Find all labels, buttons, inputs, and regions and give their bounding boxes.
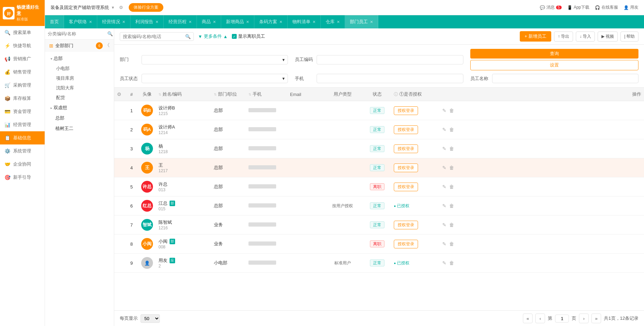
tab-close-icon[interactable]: ✕ xyxy=(155,20,158,24)
dropdown-arrow[interactable]: ▾ xyxy=(112,5,114,10)
tab-profit[interactable]: 利润报告 ✕ xyxy=(130,15,164,28)
row-status-cell: 正常 xyxy=(363,254,391,273)
auth-button[interactable]: 授权登录 xyxy=(394,106,418,115)
sidebar-item-guide[interactable]: 🎯 新手引导 xyxy=(0,171,45,184)
status-select[interactable]: ▾ xyxy=(142,74,288,83)
import-button[interactable]: ↓ 导入 xyxy=(576,32,595,42)
tab-operations-status[interactable]: 经营情况 ✕ xyxy=(97,15,130,28)
dept-child-xiaodian[interactable]: 小电部 xyxy=(45,64,114,73)
edit-icon[interactable]: ✎ xyxy=(442,108,446,113)
sidebar-item-search[interactable]: 🔍 搜索菜单 xyxy=(0,26,45,39)
dept-node-zongbu[interactable]: ▾ 总部 xyxy=(45,53,114,64)
dept-child-shenyang[interactable]: 沈阳大库 xyxy=(45,83,114,93)
auth-button[interactable]: 授权登录 xyxy=(394,183,418,191)
next-page-btn[interactable]: › xyxy=(579,314,589,323)
delete-icon[interactable]: 🗑 xyxy=(449,260,454,266)
phone-input[interactable] xyxy=(317,74,463,83)
delete-icon[interactable]: 🗑 xyxy=(449,203,454,209)
sidebar-item-marketing[interactable]: 📢 营销推广 xyxy=(0,52,45,65)
delete-icon[interactable]: 🗑 xyxy=(449,184,454,190)
prev-page-btn[interactable]: ‹ xyxy=(535,314,545,323)
dept-node-shuangxu[interactable]: ▸ 双虚想 xyxy=(45,103,114,113)
tab-goods[interactable]: 商品 ✕ xyxy=(197,15,221,28)
dept-collapse-btn[interactable]: 《 xyxy=(105,42,110,49)
help-button[interactable]: | 帮助 xyxy=(620,32,638,42)
auth-button[interactable]: 授权登录 xyxy=(394,125,418,134)
message-item[interactable]: 💬 消息 5 xyxy=(540,5,562,10)
tab-close-icon[interactable]: ✕ xyxy=(279,20,282,24)
dept-child-peihuo[interactable]: 配货 xyxy=(45,93,114,103)
tab-add-goods[interactable]: 新增商品 ✕ xyxy=(221,15,254,28)
tab-close-icon[interactable]: ✕ xyxy=(246,20,249,24)
empname-input[interactable] xyxy=(492,74,638,83)
tab-close-icon[interactable]: ✕ xyxy=(122,20,125,24)
edit-icon[interactable]: ✎ xyxy=(442,241,446,247)
tab-close-icon[interactable]: ✕ xyxy=(89,20,92,24)
edit-icon[interactable]: ✎ xyxy=(442,260,446,266)
app-download-item[interactable]: 📱 App下载 xyxy=(567,5,589,10)
user-item[interactable]: 👤 用友 xyxy=(624,5,638,10)
settings-icon[interactable]: ⚙ xyxy=(119,5,123,10)
empcode-input[interactable] xyxy=(317,55,463,64)
sidebar-item-system[interactable]: ⚙️ 系统管理 xyxy=(0,144,45,158)
dept-select[interactable]: ▾ xyxy=(142,55,288,64)
add-employee-button[interactable]: + 新增员工 xyxy=(520,31,551,42)
tab-close-icon[interactable]: ✕ xyxy=(370,20,373,24)
delete-icon[interactable]: 🗑 xyxy=(449,241,454,247)
auth-granted-label: 已授权 xyxy=(394,260,437,266)
search-button[interactable]: 查询 xyxy=(470,49,638,59)
sidebar-item-inventory[interactable]: 📦 库存核算 xyxy=(0,92,45,105)
show-inactive-toggle[interactable]: ✓ 显示离职员工 xyxy=(232,33,265,39)
dept-child-project[interactable]: 项目库房 xyxy=(45,73,114,83)
row-avatar-cell: 码B xyxy=(138,101,156,120)
sidebar-item-basics[interactable]: 📋 基础信息 xyxy=(0,131,45,144)
delete-icon[interactable]: 🗑 xyxy=(449,165,454,170)
delete-icon[interactable]: 🗑 xyxy=(449,146,454,151)
edit-icon[interactable]: ✎ xyxy=(442,146,446,151)
first-page-btn[interactable]: « xyxy=(523,314,533,323)
sidebar-item-purchase[interactable]: 🛒 采购管理 xyxy=(0,79,45,92)
sidebar-item-quicknav[interactable]: ⚡ 快捷导航 xyxy=(0,39,45,52)
edit-icon[interactable]: ✎ xyxy=(442,165,446,170)
sidebar-item-finance[interactable]: 💳 资金管理 xyxy=(0,105,45,118)
tab-close-icon[interactable]: ✕ xyxy=(189,20,192,24)
auth-button[interactable]: 授权登录 xyxy=(394,144,418,153)
sidebar-item-sales[interactable]: 💰 销售管理 xyxy=(0,65,45,79)
tab-home[interactable]: 首页 xyxy=(45,15,64,28)
tab-close-icon[interactable]: ✕ xyxy=(337,20,340,24)
edit-icon[interactable]: ✎ xyxy=(442,127,446,132)
tab-close-icon[interactable]: ✕ xyxy=(312,20,316,24)
more-filters-btn[interactable]: ▼ 更多条件 ▲ xyxy=(198,33,228,39)
tab-history[interactable]: 经营历程 ✕ xyxy=(164,15,197,28)
sidebar-item-collab[interactable]: 🤝 企业协同 xyxy=(0,158,45,171)
tab-close-icon[interactable]: ✕ xyxy=(213,20,216,24)
delete-icon[interactable]: 🗑 xyxy=(449,222,454,228)
last-page-btn[interactable]: » xyxy=(591,314,601,323)
online-service-item[interactable]: 🎧 在线客服 xyxy=(595,5,618,10)
settings-col-icon[interactable]: ⚙ xyxy=(117,91,121,97)
sidebar-item-operations[interactable]: 📊 经营管理 xyxy=(0,118,45,131)
delete-icon[interactable]: 🗑 xyxy=(449,127,454,132)
export-button[interactable]: ↑ 导出 xyxy=(554,32,573,42)
delete-icon[interactable]: 🗑 xyxy=(449,108,454,113)
auth-button[interactable]: 授权登录 xyxy=(394,164,418,172)
edit-icon[interactable]: ✎ xyxy=(442,203,446,209)
tab-employees[interactable]: 部门员工 ✕ xyxy=(345,15,378,28)
settings-button[interactable]: 设置 xyxy=(470,60,638,70)
employee-search-input[interactable] xyxy=(123,33,185,41)
edit-icon[interactable]: ✎ xyxy=(442,184,446,190)
auth-button[interactable]: 授权登录 xyxy=(394,240,418,248)
tab-barcode[interactable]: 条码方案 ✕ xyxy=(254,15,288,28)
tab-customers[interactable]: 客户联络 ✕ xyxy=(64,15,97,28)
dept-search-input[interactable] xyxy=(48,31,106,36)
trial-button[interactable]: 体验行业方案 xyxy=(129,3,163,12)
auth-button[interactable]: 授权登录 xyxy=(394,221,418,229)
edit-icon[interactable]: ✎ xyxy=(442,222,446,228)
dept-node-zhishu[interactable]: 植树王二 xyxy=(45,123,114,134)
view-button[interactable]: ▶ 视频 xyxy=(598,32,618,42)
dept-node-zongbu2[interactable]: 总部 xyxy=(45,113,114,123)
page-size-select[interactable]: 50 100 xyxy=(140,314,160,323)
tab-warehouse[interactable]: 仓库 ✕ xyxy=(321,15,345,28)
tab-bom[interactable]: 物料清单 ✕ xyxy=(288,15,321,28)
page-number-input[interactable] xyxy=(555,315,569,323)
